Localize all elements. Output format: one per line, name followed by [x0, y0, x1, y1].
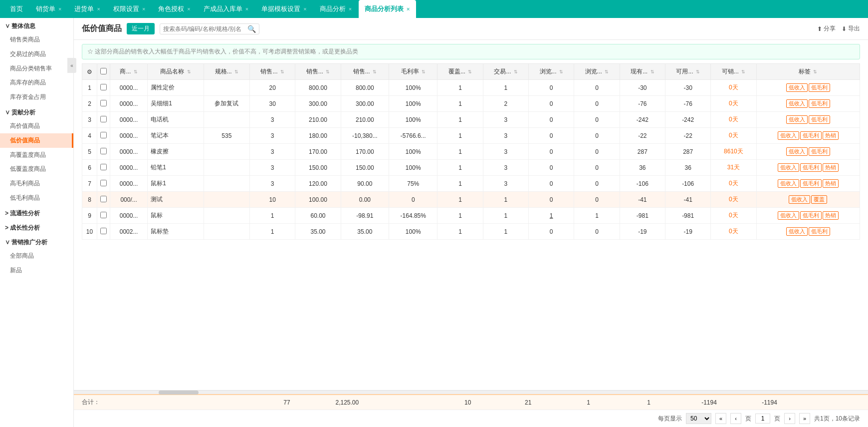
col-coverage[interactable]: 覆盖... ⇅: [437, 64, 483, 80]
footer-s2: 2,125.00: [317, 399, 377, 406]
col-browse2[interactable]: 浏览... ⇅: [574, 64, 620, 80]
sidebar-item-new-goods[interactable]: 新品: [0, 263, 73, 278]
sidebar-item-low-value[interactable]: 低价值商品: [0, 133, 73, 148]
horizontal-scrollbar[interactable]: [74, 390, 868, 394]
col-sales2[interactable]: 销售... ⇅: [295, 64, 341, 80]
cell-check[interactable]: [97, 192, 110, 208]
info-text: ☆ 这部分商品的销售收入大幅低于商品平均销售收入，价值不高，可考虑调整营销策略，…: [87, 47, 358, 56]
cell-check[interactable]: [97, 144, 110, 160]
col-sales1[interactable]: 销售... ⇅: [250, 64, 295, 80]
row-checkbox[interactable]: [100, 180, 107, 186]
nav-sales[interactable]: 销货单 ×: [30, 0, 67, 18]
sidebar-group-circulation[interactable]: > 流通性分析: [0, 205, 73, 220]
row-checkbox[interactable]: [100, 132, 107, 138]
prev-page-btn[interactable]: ‹: [730, 413, 741, 424]
sidebar-group-overall[interactable]: ∨ 整体信息: [0, 18, 73, 32]
tag-hot: 热销: [823, 163, 839, 172]
sidebar-item-all-goods[interactable]: 全部商品: [0, 249, 73, 263]
row-checkbox[interactable]: [100, 228, 107, 234]
cell-days: 8610天: [711, 144, 756, 160]
row-checkbox[interactable]: [100, 84, 107, 90]
cell-s1: 1: [250, 224, 295, 240]
scrollbar-thumb[interactable]: [159, 391, 199, 395]
cell-check[interactable]: [97, 224, 110, 240]
close-icon[interactable]: ×: [407, 6, 410, 12]
next-page-btn[interactable]: ›: [784, 413, 795, 424]
col-spec[interactable]: 规格... ⇅: [204, 64, 249, 80]
per-page-select[interactable]: 50 100 200: [686, 413, 711, 424]
cell-check[interactable]: [97, 80, 110, 96]
close-icon[interactable]: ×: [97, 6, 100, 12]
row-checkbox[interactable]: [100, 116, 107, 122]
sidebar-item-sales-goods[interactable]: 销售类商品: [0, 32, 73, 47]
col-checkbox[interactable]: [97, 64, 110, 80]
last-page-btn[interactable]: »: [799, 413, 810, 424]
close-icon[interactable]: ×: [142, 6, 145, 12]
sidebar-item-stock-capital[interactable]: 库存资金占用: [0, 90, 73, 104]
col-settings[interactable]: ⚙: [82, 64, 97, 80]
search-icon[interactable]: 🔍: [247, 25, 256, 33]
col-sales3[interactable]: 销售... ⇅: [341, 64, 389, 80]
cell-stock2: -106: [665, 176, 710, 192]
row-checkbox[interactable]: [100, 148, 107, 154]
export-button[interactable]: ⬇ 导出: [842, 24, 860, 33]
cell-check[interactable]: [97, 128, 110, 144]
period-button[interactable]: 近一月: [127, 23, 155, 34]
close-icon[interactable]: ×: [349, 6, 352, 12]
cell-check[interactable]: [97, 160, 110, 176]
nav-purchase[interactable]: 进货单 ×: [68, 0, 106, 18]
nav-role[interactable]: 角色授权 ×: [152, 0, 196, 18]
cell-s3: 800.00: [341, 80, 389, 96]
sidebar-item-low-margin[interactable]: 低毛利商品: [0, 191, 73, 205]
nav-analysis-list[interactable]: 商品分析列表 ×: [359, 0, 416, 18]
col-stock2[interactable]: 可用... ⇅: [665, 64, 710, 80]
cell-check[interactable]: [97, 96, 110, 112]
nav-template[interactable]: 单据模板设置 ×: [255, 0, 312, 18]
sidebar-collapse-btn[interactable]: «: [67, 58, 74, 73]
sidebar-group-marketing[interactable]: ∨ 营销推广分析: [0, 234, 73, 249]
sidebar-item-high-stock[interactable]: 高库存的商品: [0, 75, 73, 90]
row-checkbox[interactable]: [100, 100, 107, 106]
nav-permission[interactable]: 权限设置 ×: [107, 0, 151, 18]
row-checkbox[interactable]: [100, 212, 107, 218]
close-icon[interactable]: ×: [58, 6, 61, 12]
close-icon[interactable]: ×: [303, 6, 306, 12]
col-stock3[interactable]: 可销... ⇅: [711, 64, 756, 80]
row-checkbox[interactable]: [100, 164, 107, 170]
search-input[interactable]: [163, 25, 245, 32]
sidebar-item-traded-goods[interactable]: 交易过的商品: [0, 47, 73, 61]
row-checkbox[interactable]: [100, 196, 107, 202]
cell-check[interactable]: [97, 208, 110, 224]
sidebar-item-high-margin[interactable]: 高毛利商品: [0, 176, 73, 191]
close-icon[interactable]: ×: [187, 6, 190, 12]
cell-spec: [204, 208, 249, 224]
cell-check[interactable]: [97, 176, 110, 192]
share-button[interactable]: ⬆ 分享: [817, 24, 836, 33]
select-all-checkbox[interactable]: [100, 68, 107, 74]
sidebar-item-category-rate[interactable]: 商品分类销售率: [0, 61, 73, 76]
nav-analysis[interactable]: 商品分析 ×: [314, 0, 358, 18]
cell-no: 10: [82, 224, 97, 240]
col-stock1[interactable]: 现有... ⇅: [620, 64, 665, 80]
col-margin[interactable]: 毛利率 ⇅: [389, 64, 437, 80]
tag-label: 低收入: [786, 99, 808, 108]
sidebar-item-low-coverage[interactable]: 低覆盖度商品: [0, 162, 73, 176]
page-input[interactable]: [755, 414, 770, 424]
sidebar-item-high-coverage[interactable]: 高覆盖度商品: [0, 148, 73, 162]
col-browse1[interactable]: 浏览... ⇅: [529, 64, 574, 80]
col-trade[interactable]: 交易... ⇅: [483, 64, 528, 80]
col-tags[interactable]: 标签 ⇅: [756, 64, 860, 80]
nav-home[interactable]: 首页: [4, 0, 29, 18]
cell-check[interactable]: [97, 112, 110, 128]
first-page-btn[interactable]: «: [715, 413, 726, 424]
close-icon[interactable]: ×: [245, 6, 248, 12]
sidebar-group-contribution[interactable]: ∨ 贡献分析: [0, 104, 73, 119]
sidebar-group-growth[interactable]: > 成长性分析: [0, 220, 73, 234]
nav-product-in[interactable]: 产成品入库单 ×: [198, 0, 254, 18]
col-code[interactable]: 商... ⇅: [110, 64, 148, 80]
sidebar-item-high-value[interactable]: 高价值商品: [0, 119, 73, 133]
cell-trade: 1: [483, 192, 528, 208]
cell-browse1[interactable]: 1: [529, 208, 574, 224]
col-name[interactable]: 商品名称 ⇅: [148, 64, 204, 80]
cell-cov: 1: [437, 160, 483, 176]
